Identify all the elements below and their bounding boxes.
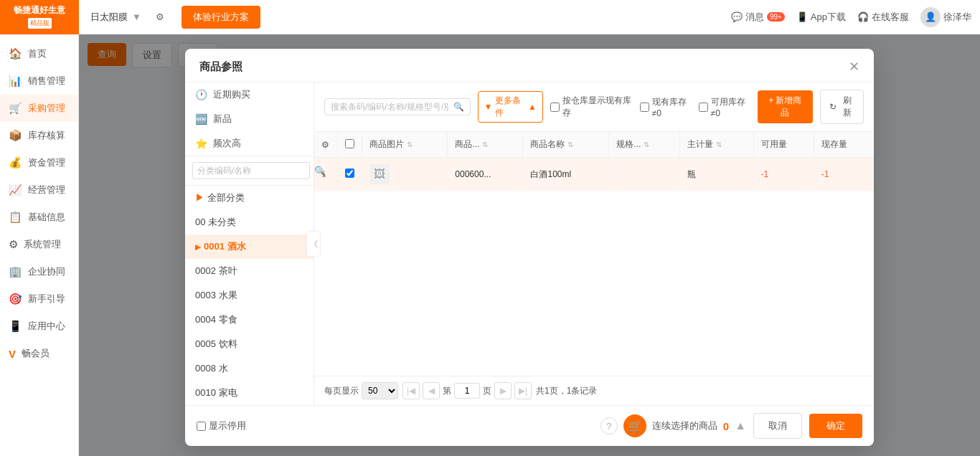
cat-item-tea[interactable]: 0002 茶叶 [185, 259, 314, 283]
sidebar-item-guide[interactable]: 🎯 新手引导 [0, 285, 78, 313]
th-image: 商品图片⇅ [362, 132, 448, 158]
cat-item-fruit[interactable]: 0003 水果 [185, 283, 314, 308]
cart-collapse-button[interactable]: ▲ [735, 419, 746, 432]
apps-icon: 📱 [9, 320, 22, 333]
cat-item-snack[interactable]: 0004 零食 [185, 308, 314, 332]
logo-area: 畅捷通好生意 精品版 [0, 0, 79, 34]
pagination: 每页显示 10 20 50 100 |◀ ◀ 第 [314, 376, 874, 405]
row-checkbox[interactable] [345, 168, 354, 178]
confirm-button[interactable]: 确定 [809, 414, 862, 438]
checkbox-available[interactable] [640, 103, 649, 112]
user-nav-item[interactable]: 👤 徐泽华 [920, 7, 971, 27]
sidebar-item-base[interactable]: 📋 基础信息 [0, 204, 78, 231]
sidebar-item-system[interactable]: ⚙ 系统管理 [0, 231, 78, 258]
product-search-icon[interactable]: 🔍 [453, 102, 464, 112]
page-navigation: |◀ ◀ 第 页 ▶ ▶| [402, 382, 532, 399]
sidebar-item-home[interactable]: 🏠 首页 [0, 40, 78, 67]
show-disabled-label[interactable]: 显示停用 [197, 419, 246, 432]
sidebar-item-sales[interactable]: 📊 销售管理 [0, 67, 78, 95]
checkbox-usable-label[interactable]: 可用库存≠0 [699, 96, 750, 118]
collab-icon: 🏢 [9, 265, 22, 278]
settings-icon[interactable]: ⚙ [149, 6, 171, 29]
category-list: ▶ 全部分类 00 未分类 ▶ 0001 酒水 0002 茶叶 [185, 186, 314, 405]
filter-icon: ▼ [484, 102, 493, 112]
table-row[interactable]: 1 🖼 000600... 白酒100ml 瓶 -1 [314, 158, 874, 191]
show-disabled-checkbox[interactable] [197, 422, 206, 431]
product-search-input[interactable] [331, 102, 449, 112]
sidebar-item-finance[interactable]: 💰 资金管理 [0, 149, 78, 176]
column-settings-icon[interactable]: ⚙ [321, 140, 329, 150]
sidebar-item-ops[interactable]: 📈 经营管理 [0, 176, 78, 204]
more-filter-button[interactable]: ▼ 更多条件 ▲ [478, 91, 543, 123]
cart-button[interactable]: 🛒 [623, 414, 646, 437]
page-last-button[interactable]: ▶| [514, 382, 532, 399]
quick-item-recent[interactable]: 🕐 近期购买 [185, 82, 314, 107]
th-settings[interactable]: ⚙ [314, 132, 337, 158]
cat-item-appliance[interactable]: 0010 家电 [185, 381, 314, 405]
th-stock: 现存量 [814, 132, 874, 158]
experience-button[interactable]: 体验行业方案 [182, 6, 260, 29]
message-icon: 💬 [731, 11, 743, 22]
cat-label-tea: 0002 茶叶 [195, 265, 237, 277]
page-label: 第 [443, 385, 451, 397]
page-size-selector: 每页显示 10 20 50 100 [324, 382, 398, 399]
help-icon[interactable]: ? [600, 417, 618, 434]
member-icon: V [9, 348, 16, 360]
th-available: 可用量 [753, 132, 814, 158]
collapse-panel-button[interactable]: 《 [306, 231, 321, 257]
page-first-button[interactable]: |◀ [402, 382, 420, 399]
dialog-close-button[interactable]: ✕ [849, 59, 859, 75]
cat-label-liquor: 0001 酒水 [204, 240, 246, 253]
cat-item-drink[interactable]: 0005 饮料 [185, 332, 314, 356]
search-icon[interactable]: 🔍 [314, 166, 326, 176]
add-product-button[interactable]: + 新增商品 [758, 90, 814, 123]
total-info: 共1页，1条记录 [536, 385, 597, 397]
store-dropdown-arrow: ▼ [132, 11, 141, 22]
th-checkbox[interactable] [337, 132, 362, 158]
quick-item-frequent[interactable]: ⭐ 频次高 [185, 131, 314, 156]
sidebar-item-collab[interactable]: 🏢 企业协同 [0, 258, 78, 285]
quick-item-new[interactable]: 🆕 新品 [185, 107, 314, 131]
page-prev-button[interactable]: ◀ [423, 382, 440, 399]
select-all-checkbox[interactable] [345, 139, 354, 148]
th-code-sort: ⇅ [482, 141, 488, 148]
app-download-nav-item[interactable]: 📱 App下载 [796, 11, 846, 24]
star-icon: ⭐ [195, 138, 207, 149]
th-spec-label: 规格... [616, 138, 641, 151]
cell-checkbox[interactable] [337, 158, 362, 191]
cat-all-label[interactable]: 全部分类 [207, 192, 245, 203]
logo-badge: 精品版 [28, 18, 52, 29]
th-spec: 规格...⇅ [609, 132, 680, 158]
sidebar-item-apps[interactable]: 📱 应用中心 [0, 313, 78, 340]
product-thumbnail: 🖼 [369, 164, 390, 184]
page-size-label: 每页显示 [324, 385, 359, 397]
cat-item-water[interactable]: 0008 水 [185, 356, 314, 381]
online-service-nav-item[interactable]: 🎧 在线客服 [857, 11, 909, 24]
show-disabled-text: 显示停用 [209, 419, 246, 432]
refresh-button[interactable]: ↻ 刷新 [820, 90, 864, 124]
cancel-button[interactable]: 取消 [753, 413, 802, 439]
quick-label-new: 新品 [213, 113, 232, 125]
sidebar-label-inventory: 库存核算 [28, 129, 65, 142]
cat-item-liquor[interactable]: ▶ 0001 酒水 [185, 234, 314, 259]
user-name: 徐泽华 [943, 11, 971, 24]
page-number-input[interactable] [454, 383, 480, 399]
checkbox-available-label[interactable]: 现有库存≠0 [640, 96, 692, 118]
cell-name: 白酒100ml [523, 158, 609, 191]
page-next-button[interactable]: ▶ [494, 382, 512, 399]
category-search-input[interactable] [192, 162, 310, 179]
page-size-select[interactable]: 10 20 50 100 [362, 382, 398, 399]
sidebar-label-member: 畅会员 [22, 347, 50, 360]
store-selector[interactable]: 日太阳膜 ▼ [90, 11, 141, 24]
cat-item-unclassified[interactable]: 00 未分类 [185, 210, 314, 234]
checkbox-warehouse-label[interactable]: 按仓库显示现有库存 [550, 95, 633, 119]
sidebar-item-member[interactable]: V 畅会员 [0, 340, 78, 367]
checkbox-usable[interactable] [699, 103, 708, 112]
refresh-label: 刷新 [839, 95, 854, 119]
online-service-label: 在线客服 [872, 11, 909, 24]
sidebar-item-inventory[interactable]: 📦 库存核算 [0, 122, 78, 149]
home-icon: 🏠 [9, 47, 22, 60]
checkbox-warehouse[interactable] [550, 103, 560, 112]
sidebar-item-purchase[interactable]: 🛒 采购管理 [0, 95, 78, 122]
message-nav-item[interactable]: 💬 消息 99+ [731, 11, 785, 24]
